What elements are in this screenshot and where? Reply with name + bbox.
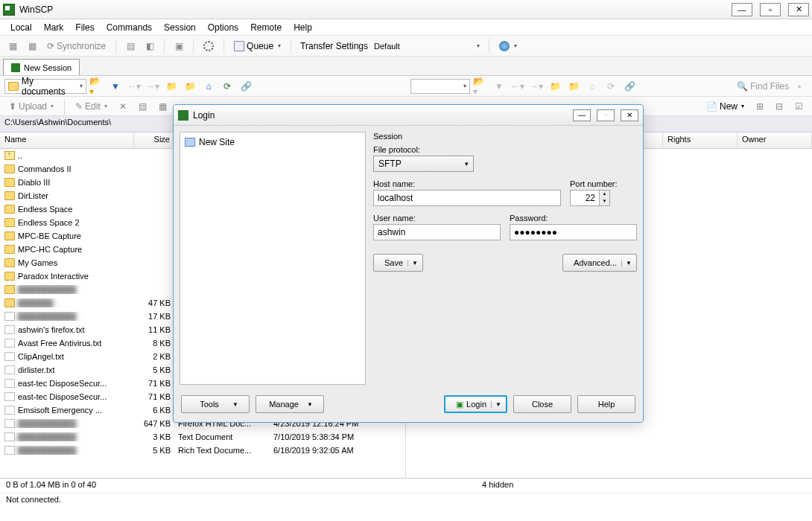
remote-open-button[interactable]: 📂▾ (472, 78, 489, 95)
tab-new-session[interactable]: New Session (3, 59, 80, 75)
queue-button[interactable]: Queue (230, 38, 285, 54)
root-folder-button[interactable]: 📁 (182, 78, 198, 95)
maximize-button[interactable]: ▫ (760, 3, 781, 16)
host-input[interactable] (373, 190, 561, 206)
dialog-maximize-button[interactable]: ▫ (597, 109, 615, 121)
file-changed: 6/18/2019 9:32:05 AM (270, 446, 397, 455)
globe-button[interactable] (495, 38, 521, 54)
file-size: 17 KB (134, 312, 175, 321)
folder-icon (8, 82, 19, 91)
col-owner[interactable]: Owner (738, 132, 812, 148)
file-protocol-select[interactable]: SFTP (373, 156, 474, 172)
port-input[interactable] (570, 190, 600, 206)
dialog-minimize-button[interactable]: — (573, 109, 591, 121)
remote-forward-button[interactable]: →▾ (528, 78, 545, 95)
open-folder-button[interactable]: 📂▾ (89, 78, 105, 95)
toolbar-icon-1[interactable]: ▦ (4, 38, 21, 54)
upload-button[interactable]: ⬆ Upload (4, 100, 58, 113)
up-icon (4, 151, 15, 160)
menu-options[interactable]: Options (203, 21, 243, 34)
remote-drive-selector[interactable] (410, 79, 470, 94)
check-button[interactable]: ☑ (790, 100, 808, 113)
left-navbar: My documents 📂▾ ▼ ←▾ →▾ 📁 📁 ⌂ ⟳ 🔗 (0, 76, 406, 97)
tools-button[interactable]: Tools▼ (181, 395, 250, 413)
new-button[interactable]: 📄 New (702, 100, 749, 113)
col-size[interactable]: Size (134, 132, 175, 148)
advanced-button[interactable]: Advanced...▼ (562, 254, 637, 272)
remote-back-button[interactable]: ←▾ (510, 78, 526, 95)
folder-icon (4, 164, 15, 173)
menu-session[interactable]: Session (159, 21, 200, 34)
site-new-site[interactable]: New Site (183, 135, 362, 149)
file-icon (4, 379, 15, 388)
terminal-button[interactable]: ▪ (791, 78, 808, 95)
menu-local[interactable]: Local (6, 21, 37, 34)
file-name: ClipAngel.txt (18, 352, 64, 361)
menu-help[interactable]: Help (289, 21, 317, 34)
advanced-dropdown[interactable]: ▼ (621, 260, 632, 266)
file-row[interactable]: ██████████5 KBRich Text Docume...6/18/20… (0, 444, 405, 457)
parent-folder-button[interactable]: 📁 (163, 78, 180, 95)
dialog-titlebar: Login — ▫ ✕ (174, 105, 643, 126)
remote-refresh-button[interactable]: ⟳ (603, 78, 619, 95)
menu-files[interactable]: Files (71, 21, 98, 34)
user-input[interactable] (373, 224, 501, 240)
minus-button[interactable]: ⊟ (771, 100, 787, 113)
remote-filter-button[interactable]: ▼ (491, 78, 507, 95)
login-button[interactable]: ▣Login▼ (444, 395, 507, 413)
home-button[interactable]: ⌂ (200, 78, 217, 95)
port-down[interactable]: ▼ (600, 198, 609, 205)
minimize-button[interactable]: — (732, 3, 752, 16)
more-button[interactable]: ▦ (154, 100, 171, 113)
port-up[interactable]: ▲ (600, 191, 609, 198)
nav-forward-button[interactable]: →▾ (145, 78, 161, 95)
remote-root-button[interactable]: 📁 (565, 78, 582, 95)
status-hidden: 4 hidden (482, 480, 513, 491)
col-name[interactable]: Name (0, 132, 134, 148)
remote-home-button[interactable]: ⌂ (584, 78, 600, 95)
synchronize-button[interactable]: ⟳ Synchronize (43, 38, 110, 54)
find-files-button[interactable]: 🔍 Find Files (737, 81, 789, 92)
sync-browse-button[interactable]: 🔗 (238, 78, 254, 95)
file-row[interactable]: ██████████3 KBText Document7/10/2019 5:3… (0, 430, 405, 444)
dialog-title: Login (193, 110, 215, 121)
col-rights[interactable]: Rights (663, 132, 738, 148)
close-dialog-button[interactable]: Close (513, 395, 571, 413)
delete-button[interactable]: ✕ (115, 100, 131, 113)
close-button[interactable]: ✕ (788, 3, 809, 16)
plus-button[interactable]: ⊞ (752, 100, 768, 113)
file-icon (4, 446, 15, 455)
site-list[interactable]: New Site (180, 132, 366, 385)
help-button[interactable]: Help (577, 395, 635, 413)
nav-back-button[interactable]: ←▾ (126, 78, 142, 95)
menu-commands[interactable]: Commands (102, 21, 156, 34)
menu-remote[interactable]: Remote (246, 21, 286, 34)
refresh-button[interactable]: ⟳ (219, 78, 235, 95)
properties-button[interactable]: ▤ (134, 100, 151, 113)
save-dropdown[interactable]: ▼ (407, 260, 418, 266)
file-size: 47 KB (134, 298, 175, 307)
save-button[interactable]: Save▼ (373, 254, 423, 272)
toolbar-icon-5[interactable]: ▣ (171, 38, 187, 54)
menubar: Local Mark Files Commands Session Option… (0, 19, 812, 36)
toolbar-icon-3[interactable]: ▤ (122, 38, 139, 54)
settings-button[interactable] (200, 38, 218, 54)
gear-icon (203, 41, 214, 51)
edit-button[interactable]: ✎ Edit (71, 100, 112, 113)
drive-selector[interactable]: My documents (4, 79, 86, 94)
file-name: My Games (18, 258, 57, 267)
port-spinner[interactable]: ▲▼ (570, 190, 637, 206)
login-dropdown[interactable]: ▼ (491, 401, 501, 408)
dialog-close-button[interactable]: ✕ (621, 109, 638, 121)
menu-mark[interactable]: Mark (39, 21, 69, 34)
transfer-settings-dropdown[interactable]: Default (371, 39, 483, 54)
filter-button[interactable]: ▼ (107, 78, 124, 95)
remote-sync-button[interactable]: 🔗 (621, 78, 638, 95)
toolbar-icon-2[interactable]: ▦ (24, 38, 40, 54)
folder-icon (4, 231, 15, 240)
password-input[interactable] (510, 224, 637, 240)
toolbar-icon-4[interactable]: ◧ (142, 38, 158, 54)
separator (64, 99, 65, 114)
manage-button[interactable]: Manage▼ (256, 395, 324, 413)
remote-parent-button[interactable]: 📁 (547, 78, 563, 95)
